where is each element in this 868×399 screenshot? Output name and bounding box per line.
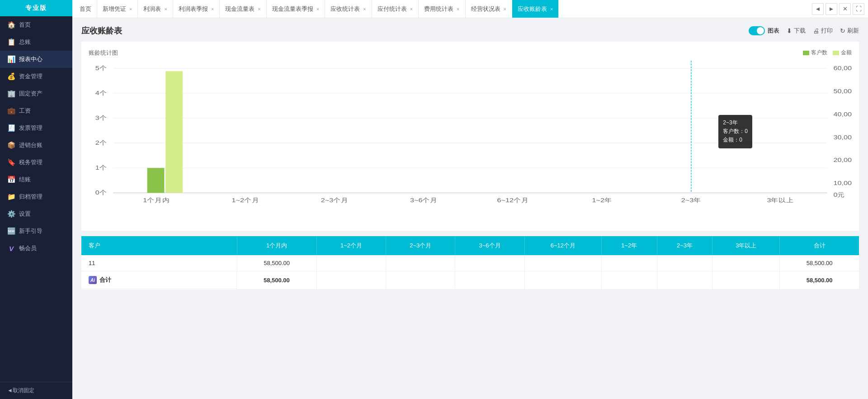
legend-customer-label: 客户数	[811, 49, 827, 57]
tab-cashflow[interactable]: 现金流量表 ×	[220, 0, 266, 18]
tab-profit[interactable]: 利润表 ×	[138, 0, 173, 18]
sidebar-item-close[interactable]: 📅 结账	[0, 171, 72, 188]
tab-expense-close[interactable]: ×	[457, 6, 459, 12]
sidebar-label-report: 报表中心	[19, 55, 42, 63]
col-header-m6-12: 6~12个月	[524, 236, 601, 255]
col-header-y1-2: 1~2年	[602, 236, 657, 255]
toggle-track[interactable]	[749, 26, 765, 35]
cell-y2-3	[657, 255, 712, 271]
sidebar-item-home[interactable]: 🏠 首页	[0, 16, 72, 33]
sidebar-item-assets[interactable]: 🏢 固定资产	[0, 85, 72, 102]
tab-profit-quarter-close[interactable]: ×	[211, 6, 214, 12]
tab-cashflow-label: 现金流量表	[225, 5, 255, 13]
col-header-m1-2: 1~2个月	[316, 236, 386, 255]
legend-amount-label: 金额	[841, 49, 852, 57]
svg-text:3~6个月: 3~6个月	[410, 197, 438, 204]
chart-container: 账龄统计图 客户数 金额 5个 4个 3个 2个 1个	[81, 42, 859, 231]
tab-profit-close[interactable]: ×	[164, 6, 167, 12]
tab-close-all-button[interactable]: ✕	[839, 3, 851, 15]
main-area: 首页 新增凭证 × 利润表 × 利润表季报 × 现金流量表 × 现金流量表季报 …	[72, 0, 868, 399]
tab-ap-stat-label: 应付统计表	[377, 5, 407, 13]
tab-cashflow-quarter[interactable]: 现金流量表季报 ×	[267, 0, 325, 18]
cell-m1: 58,500.00	[237, 255, 316, 271]
col-header-m2-3: 2~3个月	[386, 236, 455, 255]
tab-voucher-close[interactable]: ×	[129, 6, 132, 12]
tab-biz-status[interactable]: 经营状况表 ×	[466, 0, 512, 18]
bar-customer-1	[147, 168, 165, 193]
tab-ar-aging-close[interactable]: ×	[550, 6, 553, 12]
sidebar-item-settings[interactable]: ⚙️ 设置	[0, 205, 72, 223]
download-button[interactable]: ⬇ 下载	[787, 27, 806, 35]
tab-expand-button[interactable]: ⛶	[853, 3, 864, 15]
sidebar-item-ledger[interactable]: 📋 总账	[0, 33, 72, 51]
chart-area: 5个 4个 3个 2个 1个 0个 60,000.00元 50,000.00元 …	[89, 61, 852, 223]
tab-ap-stat[interactable]: 应付统计表 ×	[372, 0, 419, 18]
close-accounts-icon: 📅	[7, 176, 15, 184]
svg-text:2个: 2个	[95, 140, 107, 146]
tab-cashflow-quarter-label: 现金流量表季报	[272, 5, 313, 13]
sidebar-item-member[interactable]: V 畅会员	[0, 240, 72, 257]
sidebar-label-invoice: 发票管理	[19, 124, 42, 132]
chart-legend: 客户数 金额	[803, 49, 852, 57]
assets-icon: 🏢	[7, 90, 15, 98]
tab-ar-stat-close[interactable]: ×	[363, 6, 366, 12]
sidebar-item-tax[interactable]: 🔖 税务管理	[0, 154, 72, 171]
cell-m1-2	[316, 255, 386, 271]
col-header-m3-6: 3~6个月	[455, 236, 524, 255]
print-button[interactable]: 🖨 打印	[813, 27, 833, 35]
sidebar-item-salary[interactable]: 💼 工资	[0, 102, 72, 119]
svg-text:1~2年: 1~2年	[592, 197, 612, 204]
legend-amount-color	[833, 51, 839, 55]
tab-ap-stat-close[interactable]: ×	[410, 6, 413, 12]
data-table: 客户 1个月内 1~2个月 2~3个月 3~6个月 6~12个月 1~2年 2~…	[81, 236, 859, 290]
sidebar: 专业版 🏠 首页 📋 总账 📊 报表中心 💰 资金管理 🏢 固定资产 💼 工资 …	[0, 0, 72, 399]
tab-next-button[interactable]: ►	[826, 3, 837, 15]
total-m3-6	[455, 271, 524, 290]
sidebar-label-tax: 税务管理	[19, 158, 42, 166]
sidebar-item-archive[interactable]: 📁 归档管理	[0, 188, 72, 205]
tab-cashflow-close[interactable]: ×	[258, 6, 260, 12]
table-header-row: 客户 1个月内 1~2个月 2~3个月 3~6个月 6~12个月 1~2年 2~…	[81, 236, 859, 255]
unpin-sidebar-button[interactable]: ◄取消固定	[0, 382, 72, 399]
page-actions: 图表 ⬇ 下载 🖨 打印 ↻ 刷新	[749, 26, 859, 35]
page-content: 应收账龄表 图表 ⬇ 下载 🖨 打印 ↻ 刷新	[72, 18, 868, 399]
tab-biz-status-close[interactable]: ×	[504, 6, 506, 12]
app-logo: 专业版	[0, 0, 72, 16]
sidebar-item-sales[interactable]: 📦 进销台账	[0, 137, 72, 154]
sidebar-item-invoice[interactable]: 🧾 发票管理	[0, 119, 72, 137]
tab-home[interactable]: 首页	[74, 0, 97, 18]
report-icon: 📊	[7, 55, 15, 63]
svg-text:10,000.00元: 10,000.00元	[833, 180, 852, 186]
tax-icon: 🔖	[7, 158, 15, 166]
cell-y3plus	[712, 255, 780, 271]
col-header-m1: 1个月内	[237, 236, 316, 255]
total-y1-2	[602, 271, 657, 290]
tab-cashflow-quarter-close[interactable]: ×	[316, 6, 319, 12]
toggle-thumb	[757, 27, 764, 34]
total-label-cell: Ai 合计	[81, 271, 237, 289]
tab-expense[interactable]: 费用统计表 ×	[419, 0, 465, 18]
sidebar-label-home: 首页	[19, 21, 31, 29]
sidebar-label-close: 结账	[19, 176, 31, 184]
bar-amount-1	[165, 71, 183, 193]
tab-ar-aging[interactable]: 应收账龄表 ×	[512, 0, 559, 18]
sidebar-item-funds[interactable]: 💰 资金管理	[0, 68, 72, 85]
tab-ar-stat[interactable]: 应收统计表 ×	[325, 0, 372, 18]
sidebar-item-guide[interactable]: 🆕 新手引导	[0, 223, 72, 240]
download-label: 下载	[794, 27, 806, 35]
svg-text:50,000.00元: 50,000.00元	[833, 88, 852, 95]
settings-icon: ⚙️	[7, 210, 15, 218]
tab-prev-button[interactable]: ◄	[812, 3, 824, 15]
tab-home-label: 首页	[80, 5, 91, 13]
chart-toggle[interactable]: 图表	[749, 26, 779, 35]
svg-text:2~3年: 2~3年	[681, 197, 701, 204]
print-icon: 🖨	[813, 27, 819, 34]
archive-icon: 📁	[7, 193, 15, 201]
refresh-button[interactable]: ↻ 刷新	[840, 27, 859, 35]
svg-text:5个: 5个	[95, 65, 107, 71]
svg-text:30,000.00元: 30,000.00元	[833, 134, 852, 140]
tab-voucher[interactable]: 新增凭证 ×	[97, 0, 138, 18]
svg-text:3个: 3个	[95, 115, 107, 121]
tab-profit-quarter[interactable]: 利润表季报 ×	[173, 0, 220, 18]
sidebar-item-report[interactable]: 📊 报表中心	[0, 51, 72, 68]
